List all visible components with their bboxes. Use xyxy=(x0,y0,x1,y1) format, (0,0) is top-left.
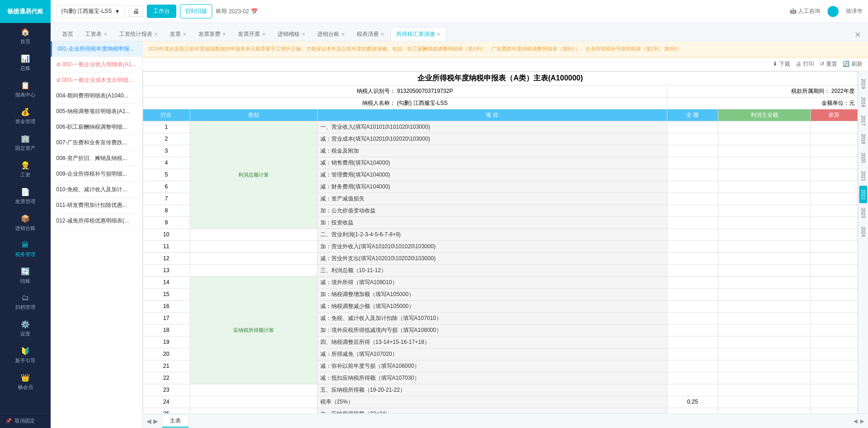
sidebar-item-invoice[interactable]: 📄 发票管理 xyxy=(0,183,51,210)
tab-tax-list[interactable]: 税表清册 ✕ xyxy=(351,27,390,41)
sidebar-item-guide[interactable]: 🔰 新手引导 xyxy=(0,342,51,369)
close-tab-income-tax[interactable]: ✕ xyxy=(437,32,440,37)
left-panel-item-005[interactable]: 005-纳税调整项目明细表(A1... xyxy=(51,104,142,120)
refresh-button[interactable]: 🔄 刷新 xyxy=(843,60,862,68)
tab-verify[interactable]: 进销稽核 ✕ xyxy=(272,27,311,41)
sheet-tabs: ◀ ▶ 主表 ◀ ▶ xyxy=(143,413,868,428)
year-2017[interactable]: 2017 xyxy=(859,112,867,129)
year-2020[interactable]: 2020 xyxy=(859,149,867,166)
sidebar-item-tax[interactable]: 🏛 税务管理 xyxy=(0,236,51,263)
sidebar-item-vip[interactable]: 👑 畅会员 xyxy=(0,369,51,395)
tab-payroll[interactable]: 工资表 ✕ xyxy=(79,27,113,41)
sidebar-item-assets[interactable]: 🏢 固定资产 xyxy=(0,130,51,156)
table-row: 10 二、营业利润(1-2-3-4-5-6-7-8+9) xyxy=(143,228,858,240)
row-num: 11 xyxy=(143,240,190,252)
sidebar-item-fund[interactable]: 💰 资金管理 xyxy=(0,103,51,130)
row-diff-3 xyxy=(810,145,857,157)
tab-income-tax[interactable]: 所得税汇算清缴 ✕ xyxy=(390,27,446,41)
sidebar-item-report[interactable]: 📋 报表中心 xyxy=(0,76,51,103)
left-panel-item-001[interactable]: 001-企业所得税年度纳税申报... xyxy=(51,41,142,57)
service-label[interactable]: 🤖 人工咨询 xyxy=(790,7,820,15)
close-tab-verify[interactable]: ✕ xyxy=(301,32,305,37)
left-panel-item-004[interactable]: 004-期间费用明细表(A1040... xyxy=(51,88,142,104)
close-tab-invoice[interactable]: ✕ xyxy=(183,32,186,37)
row-num: 25 xyxy=(143,408,190,413)
sidebar-label-invoice: 发票管理 xyxy=(15,198,35,205)
close-tab-invoice-open[interactable]: ✕ xyxy=(262,32,266,37)
sidebar-label-archive: 归档管理 xyxy=(15,304,35,311)
scroll-right-icon[interactable]: ▶ xyxy=(860,418,864,424)
row-amount-6 xyxy=(667,181,718,193)
close-tab-stock-ledger[interactable]: ✕ xyxy=(341,32,345,37)
tab-home[interactable]: 首页 xyxy=(56,27,79,41)
edit-period-icon[interactable]: 📅 xyxy=(251,8,258,15)
sidebar-item-settings[interactable]: ⚙️ 设置 xyxy=(0,315,51,342)
pin-icon: 📌 xyxy=(6,418,12,424)
close-all-icon[interactable]: ✕ xyxy=(853,29,862,41)
left-panel-item-007[interactable]: 007-广告费和业务宣传费跌... xyxy=(51,135,142,151)
close-tab-tax-list[interactable]: ✕ xyxy=(381,32,384,37)
left-panel-item-008[interactable]: 008-资产折旧、摊销及纳税... xyxy=(51,151,142,166)
close-tab-payroll[interactable]: ✕ xyxy=(104,32,107,37)
year-2023[interactable]: 2023 xyxy=(859,204,867,222)
year-2016[interactable]: 2016 xyxy=(859,93,867,111)
table-header-row: 行次 类别 项 目 全 额 利润主全额 差异 xyxy=(143,109,858,121)
tab-payroll-report[interactable]: 工资统计报表 ✕ xyxy=(113,27,164,41)
close-period-icon: 🔄 xyxy=(21,267,30,276)
row-amount-10 xyxy=(667,228,718,240)
tab-invoice-fee[interactable]: 发票算费 ✕ xyxy=(192,27,232,41)
sheet-tab-main[interactable]: 主表 xyxy=(162,415,189,428)
left-panel-item-012[interactable]: 012-减免所得税优惠明细表(... xyxy=(51,213,142,229)
row-num: 17 xyxy=(143,312,190,324)
row-profit-8 xyxy=(718,205,810,217)
sidebar-item-archive[interactable]: 🗂 归档管理 xyxy=(0,289,51,315)
reset-label: 重置 xyxy=(826,60,837,68)
row-num: 21 xyxy=(143,360,190,372)
tab-invoice[interactable]: 发票 ✕ xyxy=(164,27,192,41)
sidebar-item-stockledger[interactable]: 📦 进销台账 xyxy=(0,210,51,236)
print-button[interactable]: 🖨 打印 xyxy=(796,60,814,68)
archive-icon: 🗂 xyxy=(22,294,29,302)
left-panel-item-006[interactable]: 006-职工薪酬纳税调整明细... xyxy=(51,120,142,135)
company-selector[interactable]: (勾删) 江西服宝-LSS ▼ xyxy=(56,5,125,17)
left-panel-item-010[interactable]: 010-免税、减计收入及加计... xyxy=(51,182,142,198)
unpin-button[interactable]: 📌 取消固定 xyxy=(0,414,51,428)
year-2022[interactable]: 2022 xyxy=(859,186,867,203)
row-num: 18 xyxy=(143,324,190,336)
row-diff-14 xyxy=(810,276,857,288)
year-2021[interactable]: 2021 xyxy=(859,167,867,185)
content-area: 001-企业所得税年度纳税申报... ⊘ 002-一般企业收入明细表(A1...… xyxy=(51,41,868,428)
table-row: 12 减：营业外支出(填写A102010\102020\103000) xyxy=(143,252,858,264)
row-item-17: 减：免税、减计收入及加计扣除（填写A107010） xyxy=(317,312,667,324)
year-2018[interactable]: 2018 xyxy=(859,130,867,148)
sheet-next-arrow[interactable]: ▶ xyxy=(153,417,158,425)
sidebar-item-ledger[interactable]: 📊 总账 xyxy=(0,50,51,76)
left-panel-item-003[interactable]: ⊘ 003-一般企业成本支出明细... xyxy=(51,73,142,88)
scroll-left-icon[interactable]: ◀ xyxy=(853,418,857,424)
table-info-row-2: 纳税人名称： (勾删) 江西服宝-LSS 金额单位：元 xyxy=(143,97,858,109)
switch-button[interactable]: 切到旧版 xyxy=(180,4,212,18)
warning-bar: 2019年度步及取以前年度延续数据的申报表单元格需要手工维护正确，才能保证本年及… xyxy=(143,41,868,57)
close-tab-payroll-report[interactable]: ✕ xyxy=(154,32,158,37)
print-icon-btn[interactable]: 🖨 xyxy=(129,6,143,17)
left-panel-item-009[interactable]: 009-企业所得税补亏损明细... xyxy=(51,166,142,182)
left-panel-item-002[interactable]: ⊘ 002-一般企业收入明细表(A1... xyxy=(51,57,142,73)
sidebar-label-stockledger: 进销台账 xyxy=(15,225,35,232)
reset-button[interactable]: ↺ 重置 xyxy=(820,60,837,68)
company-label: 纳税人名称： xyxy=(362,100,395,106)
sidebar-item-home[interactable]: 🏠 首页 xyxy=(0,23,51,50)
sidebar-item-close[interactable]: 🔄 结账 xyxy=(0,263,51,289)
row-amount-22 xyxy=(667,372,718,384)
year-2024[interactable]: 2024 xyxy=(859,223,867,240)
print-label: 打印 xyxy=(803,60,814,68)
sidebar-item-payroll[interactable]: 👷 工资 xyxy=(0,156,51,183)
left-panel-item-011[interactable]: 011-研发费用加计扣除优惠... xyxy=(51,198,142,213)
tab-stock-ledger[interactable]: 进销台账 ✕ xyxy=(311,27,351,41)
sheet-prev-arrow[interactable]: ◀ xyxy=(146,417,151,425)
tab-invoice-open[interactable]: 发票开票 ✕ xyxy=(232,27,272,41)
workbench-button[interactable]: 工作台 xyxy=(147,5,176,18)
year-2019[interactable]: 2019 xyxy=(859,75,867,92)
tab-verify-label: 进销稽核 xyxy=(278,30,300,38)
download-button[interactable]: ⬇ 下载 xyxy=(773,60,790,68)
close-tab-invoice-fee[interactable]: ✕ xyxy=(222,32,226,37)
